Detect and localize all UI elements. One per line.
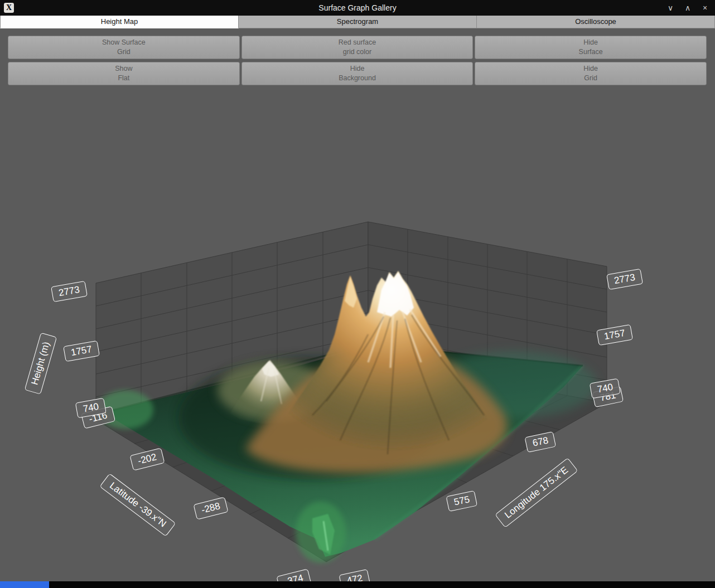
app-window: X Surface Graph Gallery ∨ ∧ × Height Map…: [0, 0, 715, 588]
surface-plot-canvas: [0, 86, 715, 588]
button-label: Background: [339, 74, 376, 83]
hide-surface-button[interactable]: Hide Surface: [475, 36, 707, 59]
hide-background-button[interactable]: Hide Background: [241, 62, 474, 85]
taskbar-accent: [0, 581, 49, 588]
titlebar: X Surface Graph Gallery ∨ ∧ ×: [0, 0, 715, 16]
maximize-button[interactable]: ∧: [683, 3, 692, 12]
button-label: Hide: [583, 64, 598, 74]
surface-plot-viewport[interactable]: [0, 86, 715, 588]
show-surface-grid-button[interactable]: Show Surface Grid: [8, 36, 240, 59]
button-label: Flat: [118, 74, 129, 83]
show-flat-button[interactable]: Show Flat: [8, 62, 240, 85]
window-controls: ∨ ∧ ×: [666, 0, 709, 16]
window-title: Surface Graph Gallery: [0, 3, 715, 12]
tab-height-map[interactable]: Height Map: [0, 16, 239, 28]
button-label: Hide: [350, 64, 365, 74]
button-label: Surface: [579, 47, 603, 57]
tab-oscilloscope[interactable]: Oscilloscope: [477, 16, 715, 28]
button-label: grid color: [343, 47, 371, 57]
tab-bar: Height Map Spectrogram Oscilloscope: [0, 16, 715, 28]
app-menu-icon[interactable]: X: [4, 3, 14, 13]
desktop-strip: [0, 581, 715, 588]
toolbar: Show Surface Grid Red surface grid color…: [8, 36, 707, 85]
surface-grid-color-button[interactable]: Red surface grid color: [241, 36, 474, 59]
hide-grid-button[interactable]: Hide Grid: [475, 62, 707, 85]
shade-button[interactable]: ∨: [666, 3, 675, 12]
button-label: Show Surface: [102, 38, 146, 47]
button-label: Show: [115, 64, 132, 74]
button-label: Red surface: [339, 38, 376, 47]
button-label: Hide: [583, 38, 598, 47]
button-label: Grid: [584, 74, 597, 83]
close-button[interactable]: ×: [700, 3, 709, 12]
tab-spectrogram[interactable]: Spectrogram: [239, 16, 477, 28]
button-label: Grid: [117, 47, 131, 57]
